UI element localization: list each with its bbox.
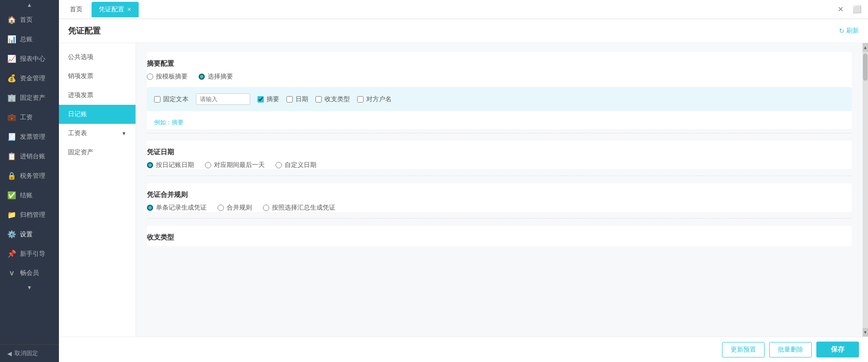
sidebar-item-invoice-mgr[interactable]: 🧾 发票管理 <box>0 127 59 147</box>
radio-template-abstract-input[interactable] <box>147 73 153 80</box>
tab-home-label: 首页 <box>70 5 82 13</box>
sidebar-item-settlement[interactable]: ✅ 结账 <box>0 186 59 205</box>
sidebar-item-report[interactable]: 📈 报表中心 <box>0 49 59 68</box>
radio-merge[interactable]: 合并规则 <box>218 204 252 212</box>
update-preview-button[interactable]: 更新预置 <box>722 342 765 357</box>
sidebar-item-fund[interactable]: 💰 资金管理 <box>0 68 59 88</box>
sidebar-unpin[interactable]: ◀ 取消固定 <box>0 344 59 362</box>
voucher-date-radio-group: 按日记账日期 对应期间最后一天 自定义日期 <box>147 161 852 169</box>
merge-rules-title: 凭证合并规则 <box>147 183 852 204</box>
sidebar-scroll-up[interactable]: ▲ <box>0 0 59 10</box>
sidebar-label-ledger: 总账 <box>20 35 33 44</box>
checkbox-counterpart-input[interactable] <box>357 96 364 103</box>
unpin-label: 取消固定 <box>15 349 38 357</box>
radio-custom-date-input[interactable] <box>276 162 282 168</box>
fixed-text-input[interactable] <box>196 93 250 105</box>
sidebar-item-salary[interactable]: 💼 工资 <box>0 108 59 127</box>
radio-journal-date-input[interactable] <box>147 162 153 168</box>
radio-template-abstract-label: 按模板摘要 <box>156 73 188 81</box>
radio-select-abstract[interactable]: 选择摘要 <box>199 73 233 81</box>
sidebar-scroll-down[interactable]: ▼ <box>0 283 59 293</box>
sidebar-item-assets[interactable]: 🏢 固定资产 <box>0 88 59 108</box>
left-nav-fixed-assets[interactable]: 固定资产 <box>59 143 136 162</box>
tab-home[interactable]: 首页 <box>63 2 90 17</box>
scroll-down-arrow[interactable]: ▼ <box>863 328 868 337</box>
checkbox-fixed-text-label: 固定文本 <box>163 95 189 103</box>
sidebar-label-salary: 工资 <box>20 113 33 122</box>
checkbox-income-type-input[interactable] <box>315 96 322 103</box>
radio-summary[interactable]: 按照选择汇总生成凭证 <box>263 204 335 212</box>
save-button[interactable]: 保存 <box>816 342 859 357</box>
checkbox-date-label: 日期 <box>296 95 308 103</box>
left-nav-sales-invoice[interactable]: 销项发票 <box>59 67 136 86</box>
refresh-button[interactable]: ↻ 刷新 <box>839 27 859 35</box>
radio-last-day-label: 对应期间最后一天 <box>214 161 265 169</box>
assets-icon: 🏢 <box>7 93 16 102</box>
checkbox-fixed-text[interactable]: 固定文本 <box>154 95 189 103</box>
chevron-down-icon: ▼ <box>121 131 126 136</box>
sidebar-item-home[interactable]: 🏠 首页 <box>0 10 59 29</box>
sidebar-item-archive[interactable]: 📁 归档管理 <box>0 205 59 225</box>
divider-3 <box>147 218 852 219</box>
divider-1 <box>147 133 852 133</box>
settings-icon: ⚙️ <box>7 230 16 239</box>
radio-journal-date-label: 按日记账日期 <box>156 161 194 169</box>
radio-select-abstract-input[interactable] <box>199 73 205 80</box>
sidebar-item-tax[interactable]: 🔒 税务管理 <box>0 166 59 186</box>
checkbox-income-type[interactable]: 收支类型 <box>315 95 350 103</box>
unpin-icon: ◀ <box>7 350 12 357</box>
radio-template-abstract[interactable]: 按模板摘要 <box>147 73 188 81</box>
abstract-radio-group: 按模板摘要 选择摘要 <box>147 73 852 81</box>
tab-voucher-config[interactable]: 凭证配置 ✕ <box>92 2 139 17</box>
sidebar-label-guide: 新手引导 <box>20 250 45 258</box>
scroll-thumb[interactable] <box>863 54 868 81</box>
checkbox-abstract-label: 摘要 <box>267 95 279 103</box>
income-type-title: 收支类型 <box>147 226 852 246</box>
archive-icon: 📁 <box>7 210 16 219</box>
radio-merge-input[interactable] <box>218 205 224 211</box>
radio-custom-date[interactable]: 自定义日期 <box>276 161 316 169</box>
purchase-sales-icon: 📋 <box>7 152 16 161</box>
radio-summary-input[interactable] <box>263 205 269 211</box>
radio-last-day[interactable]: 对应期间最后一天 <box>205 161 265 169</box>
sidebar-item-guide[interactable]: 📌 新手引导 <box>0 244 59 264</box>
window-close-button[interactable]: ✕ <box>835 4 846 15</box>
refresh-label: 刷新 <box>846 27 859 35</box>
checkbox-fixed-text-input[interactable] <box>154 96 160 103</box>
checkbox-date[interactable]: 日期 <box>286 95 308 103</box>
radio-single-input[interactable] <box>147 205 153 211</box>
sidebar-label-settlement: 结账 <box>20 191 33 200</box>
abstract-config-section: 摘要配置 按模板摘要 选择摘要 固定文本 <box>147 52 852 129</box>
scroll-up-arrow[interactable]: ▲ <box>863 43 868 52</box>
sidebar-label-member: 畅会员 <box>20 269 39 277</box>
member-icon: V <box>7 270 16 277</box>
radio-single[interactable]: 单条记录生成凭证 <box>147 204 207 212</box>
sidebar-label-archive: 归档管理 <box>20 211 45 219</box>
sidebar-item-member[interactable]: V 畅会员 <box>0 264 59 283</box>
invoice-mgr-icon: 🧾 <box>7 132 16 141</box>
radio-last-day-input[interactable] <box>205 162 211 168</box>
left-nav-payroll[interactable]: 工资表 ▼ <box>59 124 136 143</box>
sidebar-item-settings[interactable]: ⚙️ 设置 <box>0 225 59 244</box>
report-icon: 📈 <box>7 54 16 63</box>
left-nav-purchase-invoice[interactable]: 进项发票 <box>59 86 136 105</box>
sidebar-item-ledger[interactable]: 📊 总账 <box>0 29 59 49</box>
left-nav-public[interactable]: 公共选项 <box>59 48 136 67</box>
fund-icon: 💰 <box>7 74 16 83</box>
tab-bar: 首页 凭证配置 ✕ ✕ ⬜ <box>59 0 868 19</box>
radio-journal-date[interactable]: 按日记账日期 <box>147 161 194 169</box>
checkbox-abstract[interactable]: 摘要 <box>257 95 279 103</box>
checkbox-abstract-input[interactable] <box>257 96 264 103</box>
radio-single-label: 单条记录生成凭证 <box>156 204 207 212</box>
sidebar-item-purchase-sales[interactable]: 📋 进销台账 <box>0 147 59 166</box>
checkbox-counterpart[interactable]: 对方户名 <box>357 95 392 103</box>
checkbox-income-type-label: 收支类型 <box>325 95 350 103</box>
page-header: 凭证配置 ↻ 刷新 <box>59 19 868 43</box>
left-nav-journal[interactable]: 日记账 <box>59 105 136 124</box>
tab-close-icon[interactable]: ✕ <box>127 6 131 13</box>
right-scrollbar: ▲ ▼ <box>863 43 868 337</box>
window-maximize-button[interactable]: ⬜ <box>850 4 864 15</box>
checkbox-date-input[interactable] <box>286 96 293 103</box>
batch-delete-button[interactable]: 批量删除 <box>769 342 812 357</box>
bottom-action-bar: 更新预置 批量删除 保存 <box>59 337 868 362</box>
